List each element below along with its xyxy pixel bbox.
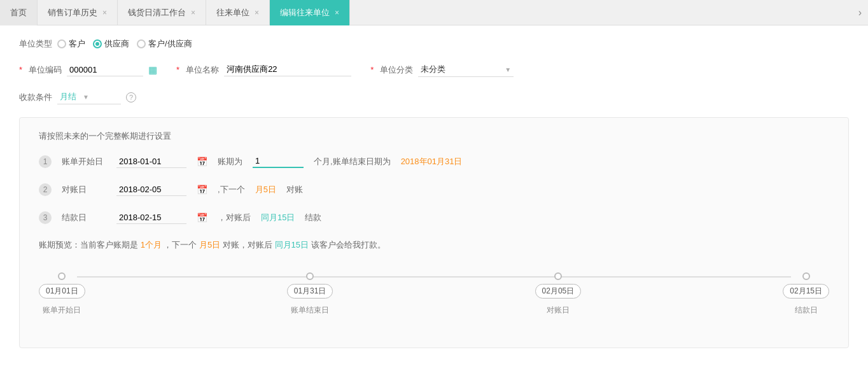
tab-partner[interactable]: 往来单位 × (206, 0, 270, 25)
timeline-point-3: 02月15日 结款日 (783, 272, 829, 316)
payment-terms-select[interactable]: 月结 ▼ (57, 90, 121, 104)
step-label-2: 对账日 (62, 184, 106, 195)
unit-details-row: * 单位编码 ▦ * 单位名称 * 单位分类 未分类 ▼ (19, 62, 849, 77)
timeline-label-1: 账单结束日 (291, 305, 329, 316)
timeline-dot-0 (58, 272, 66, 280)
tab-sales-history[interactable]: 销售订单历史 × (38, 0, 118, 25)
timeline-badge-1: 01月31日 (287, 284, 333, 299)
unit-code-input[interactable] (67, 64, 143, 76)
step-3-calendar-icon[interactable]: 📅 (197, 213, 207, 223)
step-num-1: 1 (39, 155, 52, 168)
unit-category-value: 未分类 (421, 64, 445, 75)
timeline-label-2: 对账日 (547, 305, 570, 316)
unit-name-star: * (176, 65, 179, 74)
step-2-prefix: ,下一个 (218, 184, 245, 195)
timeline: 01月01日 账单开始日 01月31日 账单结束日 02月05日 对账日 02月… (39, 266, 829, 335)
tab-cash-work-label: 钱货日清工作台 (128, 7, 186, 18)
panel-title: 请按照未来的一个完整帐期进行设置 (39, 130, 829, 142)
payment-terms-arrow-icon: ▼ (83, 94, 89, 101)
preview-text: 账期预览：当前客户账期是 1个月 ，下一个 月5日 对账，对账后 同月15日 该… (39, 239, 829, 251)
unit-category-arrow-icon: ▼ (505, 66, 511, 73)
unit-code-label: 单位编码 (29, 64, 62, 76)
tab-edit-partner-label: 编辑往来单位 (280, 7, 330, 18)
step-1-date-input[interactable] (116, 155, 186, 168)
step-label-3: 结款日 (62, 212, 106, 223)
unit-name-label: 单位名称 (186, 64, 219, 76)
step-1-calendar-icon[interactable]: 📅 (197, 157, 207, 167)
timeline-dot-3 (802, 272, 810, 280)
step-3-date-input[interactable] (116, 211, 186, 224)
unit-category-label: 单位分类 (380, 64, 413, 76)
step-2-suffix: 对账 (286, 184, 303, 195)
step-row-1: 1 账单开始日 📅 账期为 个月,账单结束日期为 2018年01月31日 (39, 155, 829, 168)
unit-code-field: * 单位编码 ▦ (19, 64, 157, 76)
step-row-2: 2 对账日 📅 ,下一个 月5日 对账 (39, 183, 829, 196)
main-content: 单位类型 客户 供应商 客户/供应商 * 单位编码 (0, 25, 868, 387)
step-2-date-input[interactable] (116, 183, 186, 196)
tab-expand-icon[interactable]: › (852, 7, 868, 18)
tab-home[interactable]: 首页 (0, 0, 38, 25)
unit-category-select[interactable]: 未分类 ▼ (418, 62, 514, 77)
step-num-2: 2 (39, 183, 52, 196)
tab-sales-history-close[interactable]: × (102, 8, 107, 17)
preview-orange1: 1个月 (141, 240, 162, 250)
radio-both-circle (137, 39, 146, 48)
payment-terms-value: 月结 (60, 91, 76, 102)
step-2-calendar-icon[interactable]: 📅 (197, 185, 207, 195)
payment-terms-label: 收款条件 (19, 92, 52, 103)
unit-type-row: 单位类型 客户 供应商 客户/供应商 (19, 38, 849, 50)
radio-customer-label: 客户 (69, 38, 85, 50)
timeline-dot-1 (306, 272, 314, 280)
unit-code-icon[interactable]: ▦ (148, 64, 157, 76)
tab-partner-label: 往来单位 (216, 7, 249, 18)
preview-prefix: 账期预览：当前客户账期是 (39, 240, 138, 250)
preview-mid1: ，下一个 (164, 240, 197, 250)
unit-type-field: 单位类型 客户 供应商 客户/供应商 (19, 38, 192, 50)
radio-both-label: 客户/供应商 (148, 38, 192, 50)
step-2-highlight: 月5日 (255, 184, 276, 195)
radio-supplier-circle (93, 39, 102, 48)
step-3-prefix: ，对账后 (218, 212, 251, 223)
unit-code-star: * (19, 65, 22, 74)
tab-home-label: 首页 (10, 7, 27, 18)
radio-customer-circle (57, 39, 66, 48)
step-1-suffix-text: 账期为 (218, 156, 242, 167)
unit-name-field: * 单位名称 (176, 64, 351, 76)
payment-terms-help-icon[interactable]: ? (126, 92, 136, 102)
step-3-suffix: 结款 (305, 212, 321, 223)
step-1-month-input[interactable] (253, 155, 304, 168)
step-1-end-date: 2018年01月31日 (401, 156, 463, 167)
radio-both[interactable]: 客户/供应商 (137, 38, 192, 50)
unit-type-radio-group: 客户 供应商 客户/供应商 (57, 38, 192, 50)
tab-cash-work-close[interactable]: × (191, 8, 195, 17)
payment-terms-row: 收款条件 月结 ▼ ? (19, 90, 849, 104)
unit-category-star: * (370, 65, 374, 74)
timeline-point-1: 01月31日 账单结束日 (287, 272, 333, 316)
timeline-badge-3: 02月15日 (783, 284, 829, 299)
tab-cash-work[interactable]: 钱货日清工作台 × (118, 0, 206, 25)
preview-teal: 同月15日 (275, 240, 309, 250)
timeline-dot-2 (554, 272, 562, 280)
timeline-points: 01月01日 账单开始日 01月31日 账单结束日 02月05日 对账日 02月… (39, 272, 829, 316)
radio-supplier-label: 供应商 (104, 38, 129, 50)
tab-edit-partner-close[interactable]: × (335, 8, 339, 17)
step-label-1: 账单开始日 (62, 156, 106, 167)
preview-suffix: 该客户会给我打款。 (311, 240, 386, 250)
timeline-point-0: 01月01日 账单开始日 (39, 272, 85, 316)
tab-partner-close[interactable]: × (255, 8, 259, 17)
tab-edit-partner[interactable]: 编辑往来单位 × (270, 0, 350, 25)
radio-supplier[interactable]: 供应商 (93, 38, 129, 50)
radio-customer[interactable]: 客户 (57, 38, 85, 50)
step-3-highlight: 同月15日 (261, 212, 295, 223)
timeline-label-0: 账单开始日 (43, 305, 81, 316)
timeline-label-3: 结款日 (795, 305, 818, 316)
step-row-3: 3 结款日 📅 ，对账后 同月15日 结款 (39, 211, 829, 224)
timeline-point-2: 02月05日 对账日 (535, 272, 582, 316)
unit-type-label: 单位类型 (19, 38, 52, 50)
timeline-badge-0: 01月01日 (39, 284, 85, 299)
billing-settings-panel: 请按照未来的一个完整帐期进行设置 1 账单开始日 📅 账期为 个月,账单结束日期… (19, 117, 849, 348)
timeline-badge-2: 02月05日 (535, 284, 582, 299)
preview-mid2: 对账，对账后 (223, 240, 272, 250)
unit-name-input[interactable] (224, 64, 351, 76)
step-num-3: 3 (39, 211, 52, 224)
